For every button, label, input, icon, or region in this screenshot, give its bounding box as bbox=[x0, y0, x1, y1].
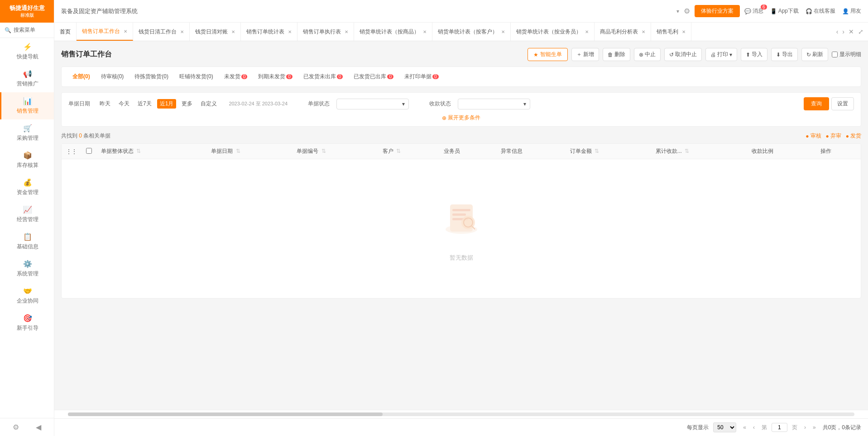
sidebar-item-collab[interactable]: 🤝 企业协同 bbox=[0, 282, 54, 309]
settings-icon[interactable]: ⚙ bbox=[13, 423, 19, 431]
date-opt-more[interactable]: 更多 bbox=[179, 99, 195, 109]
page-prev-btn[interactable]: ‹ bbox=[751, 423, 757, 431]
scroll-track[interactable] bbox=[68, 412, 854, 416]
tab-maximize-icon[interactable]: ⤢ bbox=[857, 27, 864, 36]
tab-close-icon[interactable]: ✕ bbox=[501, 29, 505, 34]
select-all-checkbox[interactable] bbox=[86, 148, 92, 154]
refresh-btn[interactable]: ↻ 刷新 bbox=[801, 48, 828, 61]
sidebar-item-purchase[interactable]: 🛒 采购管理 bbox=[0, 119, 54, 147]
date-opt-7days[interactable]: 近7天 bbox=[135, 99, 154, 109]
col-number[interactable]: 单据编号 ⇅ bbox=[292, 144, 378, 159]
date-opt-custom[interactable]: 自定义 bbox=[198, 99, 220, 109]
tab-cash-goods-reconcile[interactable]: 钱货日清对账 ✕ bbox=[190, 23, 241, 41]
page-first-btn[interactable]: « bbox=[741, 423, 748, 431]
export-btn[interactable]: ⬇ 导出 bbox=[771, 48, 798, 61]
sidebar-item-inventory[interactable]: 📦 库存核算 bbox=[0, 147, 54, 174]
col-amount[interactable]: 订单金额 ⇅ bbox=[566, 144, 651, 159]
query-btn[interactable]: 查询 bbox=[804, 97, 829, 110]
scroll-thumb[interactable] bbox=[68, 412, 383, 416]
messages-btn[interactable]: 💬 消息 6 bbox=[744, 7, 763, 15]
online-service-btn[interactable]: 🎧 在线客服 bbox=[806, 7, 835, 15]
tab-close-icon[interactable]: ✕ bbox=[682, 29, 686, 34]
headset-icon: 🎧 bbox=[806, 8, 812, 14]
cancel-stop-btn[interactable]: ↺ 取消中止 bbox=[664, 48, 702, 61]
expand-more-btn[interactable]: ⊕ 展开更多条件 bbox=[442, 114, 480, 122]
sidebar-item-quick-nav[interactable]: ⚡ 快捷导航 bbox=[0, 38, 54, 65]
horizontal-scrollbar[interactable] bbox=[54, 410, 868, 418]
tab-sales-stat-staff[interactable]: 销货单统计表（按业务员） ✕ bbox=[511, 23, 595, 41]
sidebar-item-search[interactable]: 🔍 搜索菜单 bbox=[0, 23, 54, 38]
tab-close-icon[interactable]: ✕ bbox=[231, 29, 235, 34]
page-input[interactable] bbox=[772, 423, 787, 432]
status-select[interactable]: ▾ bbox=[336, 99, 409, 109]
sidebar-item-operation[interactable]: 📈 经营管理 bbox=[0, 201, 54, 228]
col-status[interactable]: 单据整体状态 ⇅ bbox=[96, 144, 206, 159]
tab-close-icon[interactable]: ✕ bbox=[642, 29, 645, 34]
tab-cash-daily-clear[interactable]: 钱货日清工作台 ✕ bbox=[133, 23, 190, 41]
date-filter-label: 单据日期 bbox=[68, 100, 90, 108]
topbar-arrow-icon[interactable]: ▾ bbox=[676, 8, 679, 14]
sidebar-item-sales[interactable]: 📊 销售管理 bbox=[0, 92, 54, 119]
subtab-pending-review[interactable]: 待审核(0) bbox=[96, 71, 129, 83]
tab-close-icon[interactable]: ✕ bbox=[180, 29, 184, 34]
collapse-icon[interactable]: ◀ bbox=[36, 423, 41, 431]
subtab-not-printed[interactable]: 未打印单据0 bbox=[399, 71, 444, 83]
subtab-overdue-not-shipped[interactable]: 到期未发货0 bbox=[253, 71, 298, 83]
tab-close-icon[interactable]: ✕ bbox=[585, 29, 589, 34]
subtab-shipped-outbound[interactable]: 已发货已出库0 bbox=[348, 71, 399, 83]
col-customer[interactable]: 客户 ⇅ bbox=[378, 144, 439, 159]
subtab-not-shipped[interactable]: 未发货0 bbox=[219, 71, 253, 83]
ship-btn[interactable]: ● 发货 bbox=[846, 132, 861, 140]
payment-select[interactable]: ▾ bbox=[458, 99, 530, 109]
col-checkbox[interactable] bbox=[82, 144, 96, 159]
subtab-all[interactable]: 全部(0) bbox=[67, 71, 96, 83]
page-last-btn[interactable]: » bbox=[810, 423, 818, 431]
per-page-select[interactable]: 50 100 200 bbox=[713, 422, 736, 432]
tab-close-icon[interactable]: ✕ bbox=[288, 29, 292, 34]
print-btn[interactable]: 🖨 打印 ▾ bbox=[705, 48, 737, 61]
subtab-pending-inspection[interactable]: 待拣货验货(0) bbox=[129, 71, 174, 83]
tab-prev-icon[interactable]: ‹ bbox=[835, 27, 839, 36]
subtab-wangpu-pending-ship[interactable]: 旺铺待发货(0) bbox=[174, 71, 219, 83]
tab-home[interactable]: 首页 bbox=[54, 23, 77, 41]
detail-toggle[interactable]: 显示明细 bbox=[832, 51, 861, 58]
detail-checkbox[interactable] bbox=[832, 52, 838, 57]
sidebar-item-system[interactable]: ⚙️ 系统管理 bbox=[0, 255, 54, 282]
date-opt-yesterday[interactable]: 昨天 bbox=[97, 99, 113, 109]
tab-goods-margin[interactable]: 商品毛利分析表 ✕ bbox=[595, 23, 651, 41]
delete-btn[interactable]: 🗑 删除 bbox=[603, 48, 630, 61]
stop-btn[interactable]: ⊗ 中止 bbox=[634, 48, 661, 61]
add-btn[interactable]: ＋ 新增 bbox=[571, 48, 599, 61]
tab-sales-stat-product[interactable]: 销货单统计表（按商品） ✕ bbox=[354, 23, 432, 41]
sidebar-item-finance[interactable]: 💰 资金管理 bbox=[0, 174, 54, 201]
col-collected[interactable]: 累计收款... ⇅ bbox=[651, 144, 747, 159]
tab-close-icon[interactable]: ✕ bbox=[345, 29, 348, 34]
uncheck-btn[interactable]: ● 弃审 bbox=[826, 132, 841, 140]
tab-sales-order-exec[interactable]: 销售订单执行表 ✕ bbox=[297, 23, 354, 41]
tab-sales-order-stat[interactable]: 销售订单统计表 ✕ bbox=[241, 23, 297, 41]
date-range-display: 2023-02-24 至 2023-03-24 bbox=[229, 100, 288, 107]
date-opt-today[interactable]: 今天 bbox=[116, 99, 132, 109]
sidebar-item-marketing[interactable]: 📢 营销推广 bbox=[0, 65, 54, 92]
app-download-btn[interactable]: 📱 App下载 bbox=[770, 7, 799, 15]
solution-btn[interactable]: 体验行业方案 bbox=[695, 5, 740, 17]
tab-close-icon[interactable]: ✕ bbox=[124, 29, 127, 34]
page-next-btn[interactable]: › bbox=[802, 423, 808, 431]
tab-sales-stat-customer[interactable]: 销货单统计表（按客户） ✕ bbox=[432, 23, 511, 41]
review-btn[interactable]: ● 审核 bbox=[806, 132, 821, 140]
subtab-shipped-not-inbound[interactable]: 已发货未出库0 bbox=[298, 71, 349, 83]
tab-next-icon[interactable]: › bbox=[841, 27, 845, 36]
user-btn[interactable]: 👤 用友 bbox=[842, 7, 861, 15]
tab-close-all-icon[interactable]: ✕ bbox=[848, 27, 855, 36]
tab-sales-gross[interactable]: 销售毛利 ✕ bbox=[651, 23, 691, 41]
sidebar-item-guide[interactable]: 🎯 新手引导 bbox=[0, 309, 54, 336]
import-btn[interactable]: ⬆ 导入 bbox=[741, 48, 767, 61]
tab-close-icon[interactable]: ✕ bbox=[423, 29, 427, 34]
topbar-gear-icon[interactable]: ⚙ bbox=[684, 7, 690, 15]
col-date[interactable]: 单据日期 ⇅ bbox=[206, 144, 292, 159]
smart-create-btn[interactable]: ★ 智能生单 bbox=[528, 48, 568, 61]
date-opt-1month[interactable]: 近1月 bbox=[157, 99, 177, 109]
tab-sales-order-workbench[interactable]: 销售订单工作台 ✕ bbox=[77, 23, 133, 41]
set-btn[interactable]: 设置 bbox=[831, 97, 854, 110]
sidebar-item-base[interactable]: 📋 基础信息 bbox=[0, 228, 54, 255]
